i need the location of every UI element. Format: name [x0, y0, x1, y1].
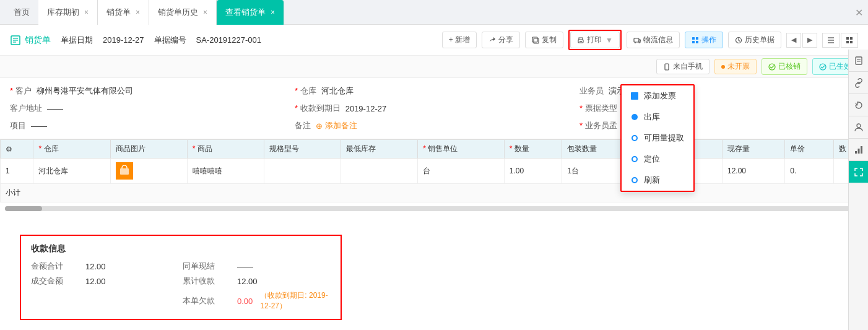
doc-title: 销货单: [10, 35, 51, 46]
h-scrollbar-thumb[interactable]: [5, 206, 42, 211]
right-panel-expand[interactable]: [849, 161, 869, 183]
warehouse-out-item[interactable]: 出库: [622, 106, 693, 128]
doc-number-label: 单据编号: [154, 35, 186, 46]
summary-title: 收款信息: [31, 243, 331, 254]
row-image: [110, 158, 187, 184]
history-icon: [735, 37, 742, 44]
svg-rect-20: [850, 37, 853, 40]
print-button[interactable]: 打印 ▼: [570, 32, 620, 48]
operation-label: 操作: [701, 35, 716, 45]
copy-label: 复制: [542, 35, 557, 45]
svg-rect-5: [532, 37, 537, 42]
warehouse-value: 河北仓库: [321, 85, 354, 97]
tab-inventory-init-close[interactable]: ×: [84, 8, 89, 17]
cumulative-label: 累计收款: [183, 276, 232, 287]
tab-inventory-init[interactable]: 库存期初 ×: [38, 0, 98, 25]
svg-point-26: [820, 64, 826, 70]
right-panel-back[interactable]: [849, 94, 869, 116]
not-open-label: 未开票: [727, 61, 750, 72]
col-warehouse: 仓库: [33, 140, 110, 158]
address-value: ——: [47, 104, 63, 113]
list-view-btn[interactable]: [822, 33, 840, 48]
tab-sales-history-close[interactable]: ×: [203, 8, 207, 17]
col-price: 单价: [785, 140, 833, 158]
add-invoice-item[interactable]: 添加发票: [622, 85, 693, 106]
svg-rect-33: [857, 149, 859, 154]
svg-rect-27: [120, 168, 129, 175]
from-phone-label: 来自手机: [673, 61, 703, 72]
balance-label: 本单欠款: [183, 295, 232, 306]
logistics-label: 物流信息: [643, 35, 673, 45]
address-row: 客户地址 ——: [10, 103, 289, 114]
cumulative-row: 累计收款 12.00: [183, 276, 331, 287]
logistics-button[interactable]: 物流信息: [627, 32, 680, 48]
right-panel: [848, 50, 868, 330]
address-label: 客户地址: [10, 103, 42, 114]
svg-rect-14: [696, 41, 698, 43]
locate-icon: [630, 155, 639, 163]
doc-date-value: 2019-12-27: [103, 35, 144, 45]
tab-sales-order[interactable]: 销货单 ×: [98, 0, 149, 25]
project-value: ——: [31, 121, 47, 131]
tab-view-sales[interactable]: 查看销货单 ×: [217, 0, 284, 25]
available-qty-item[interactable]: 可用量提取: [622, 128, 693, 149]
not-open-badge: 未开票: [714, 59, 757, 74]
same-order-value: ——: [237, 262, 253, 271]
svg-rect-12: [696, 37, 698, 40]
refresh-item[interactable]: 刷新: [622, 170, 693, 191]
prev-record[interactable]: ◀: [786, 33, 801, 48]
from-phone-btn[interactable]: 来自手机: [656, 59, 710, 74]
warehouse-out-icon: [630, 113, 639, 121]
chart-icon: [854, 145, 864, 155]
right-panel-link[interactable]: [849, 72, 869, 94]
col-gear: ⚙: [1, 140, 33, 158]
share-button[interactable]: 分享: [482, 32, 520, 48]
svg-rect-34: [861, 146, 862, 154]
project-label: 项目: [10, 120, 26, 131]
balance-note: （收款到期日: 2019-12-27）: [260, 290, 331, 311]
check-icon: [768, 63, 776, 71]
doc-type-label: 销货单: [25, 35, 51, 46]
history-label: 历史单据: [745, 35, 775, 45]
grid-view-icon: [845, 36, 854, 45]
table-wrapper: ⚙ 仓库 商品图片 商品 规格型号 最低库存 销售单位 数量 包装数量 可用量 …: [0, 139, 868, 230]
grid-view-btn[interactable]: [841, 33, 858, 48]
h-scrollbar-track[interactable]: [5, 206, 863, 211]
locate-item[interactable]: 定位: [622, 149, 693, 170]
summary-left: 金额合计 12.00 成交金额 12.00: [31, 261, 179, 311]
transaction-label: 成交金额: [31, 276, 80, 287]
available-qty-label: 可用量提取: [644, 132, 684, 144]
print-dropdown-arrow[interactable]: ▼: [605, 36, 613, 45]
subtotal-row: 小计: [1, 184, 868, 202]
balance-value: 0.00: [237, 297, 253, 306]
add-invoice-icon: [630, 92, 639, 100]
operation-button[interactable]: 操作: [685, 32, 723, 48]
customer-value: 柳州粤港平安气体有限公司: [37, 85, 133, 97]
history-button[interactable]: 历史单据: [728, 32, 781, 48]
app-close-button[interactable]: ✕: [855, 6, 863, 18]
next-record[interactable]: ▶: [802, 33, 817, 48]
subtotal-cell: 小计: [1, 184, 868, 202]
tab-sales-history[interactable]: 销货单历史 ×: [149, 0, 217, 25]
user-icon: [854, 123, 864, 132]
tab-sales-order-close[interactable]: ×: [136, 8, 140, 17]
right-panel-chart[interactable]: [849, 139, 869, 161]
svg-rect-21: [846, 41, 849, 43]
docs-icon: [854, 56, 864, 66]
svg-point-31: [857, 124, 861, 128]
copy-button[interactable]: 复制: [525, 32, 563, 48]
transaction-row: 成交金额 12.00: [31, 276, 179, 287]
warehouse-label: 仓库: [295, 85, 316, 97]
settings-icon[interactable]: ⚙: [6, 145, 12, 154]
right-panel-docs[interactable]: [849, 50, 869, 72]
tab-view-sales-close[interactable]: ×: [271, 8, 275, 17]
svg-rect-4: [534, 38, 539, 43]
tab-home[interactable]: 首页: [5, 0, 38, 25]
copy-icon: [532, 37, 539, 44]
new-button[interactable]: + 新增: [442, 32, 477, 48]
right-panel-user[interactable]: [849, 116, 869, 139]
open-label: 已核销: [778, 61, 801, 72]
posted-btn[interactable]: 已核销: [762, 58, 807, 75]
row-product: 嘻嘻嘻嘻: [187, 158, 264, 184]
add-note-button[interactable]: ⊕ 添加备注: [316, 120, 357, 131]
